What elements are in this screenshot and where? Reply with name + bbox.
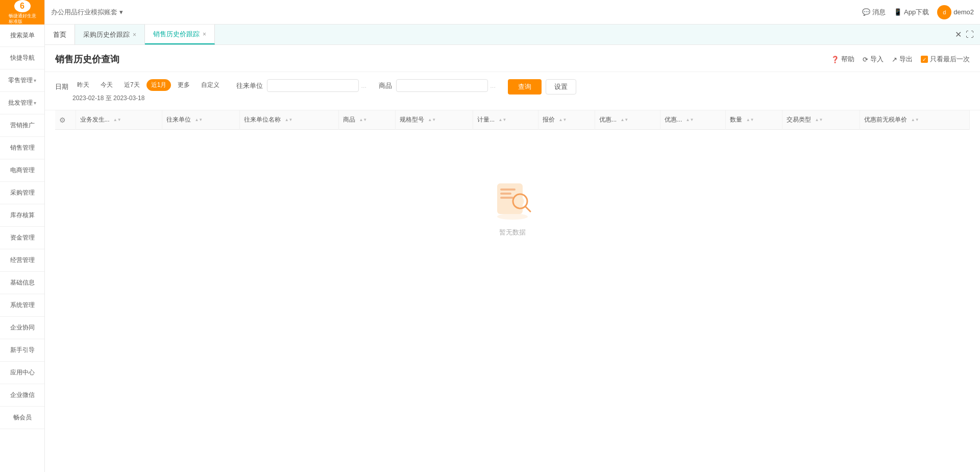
sidebar-item-new-user-guide[interactable]: 新手引导: [0, 339, 44, 362]
chevron-down-icon: ▾: [34, 78, 36, 83]
sidebar-item-inventory[interactable]: 库存核算: [0, 204, 44, 227]
import-btn[interactable]: ⟳ 导入: [863, 55, 884, 64]
tab-home[interactable]: 首页: [45, 25, 75, 44]
th-unit: 计量... ▲▼: [473, 110, 538, 130]
date-btn-昨天[interactable]: 昨天: [72, 79, 94, 91]
filter-actions: 查询 设置: [508, 79, 576, 95]
message-btn[interactable]: 💬 消息: [862, 8, 886, 17]
svg-rect-2: [500, 188, 516, 191]
page-header: 销售历史价查询 ❓ 帮助 ⟳ 导入 ↗ 导出 只看最后一次: [45, 45, 980, 72]
tab-home-label: 首页: [53, 30, 66, 39]
svg-rect-3: [500, 193, 511, 195]
date-btn-近1月[interactable]: 近1月: [146, 79, 172, 91]
tab-sales-history[interactable]: 销售历史价跟踪 ×: [145, 25, 215, 44]
sidebar-item-quick-nav[interactable]: 快捷导航: [0, 47, 44, 69]
chevron-down-icon: ▾: [34, 100, 36, 106]
logo-icon: 6: [14, 0, 31, 12]
date-filter-group: 日期 昨天今天近7天近1月更多自定义 2023-02-18 至 2023-03-…: [55, 79, 224, 103]
date-btn-更多[interactable]: 更多: [173, 79, 194, 91]
sidebar-item-purchase-mgmt[interactable]: 采购管理: [0, 182, 44, 204]
topbar: 办公用品行业模拟账套 ▾ 💬 消息 📱 App下载 d demo2: [45, 0, 980, 25]
topbar-right: 💬 消息 📱 App下载 d demo2: [862, 5, 974, 19]
page-content: 销售历史价查询 ❓ 帮助 ⟳ 导入 ↗ 导出 只看最后一次: [45, 45, 980, 472]
tab-purchase-history[interactable]: 采购历史价跟踪 ×: [75, 25, 145, 44]
partner-filter-input[interactable]: [267, 79, 359, 92]
app-name: 畅捷通好生意 标准版: [9, 13, 36, 25]
th-quoted-price: 报价 ▲▼: [538, 110, 595, 130]
sort-arrows-pre-tax[interactable]: ▲▼: [911, 117, 919, 122]
sidebar-item-finance-mgmt[interactable]: 资金管理: [0, 227, 44, 249]
table-settings-icon[interactable]: ⚙: [59, 116, 66, 124]
sidebar-item-ecommerce-mgmt[interactable]: 电商管理: [0, 159, 44, 182]
sort-arrows-spec[interactable]: ▲▼: [428, 117, 436, 122]
sort-arrows-trade-type[interactable]: ▲▼: [815, 117, 823, 122]
help-btn[interactable]: ❓ 帮助: [831, 55, 854, 64]
sidebar-item-enterprise-wechat[interactable]: 企业微信: [0, 384, 44, 407]
table-header-row: ⚙ 业务发生... ▲▼ 往来单位 ▲▼ 往来单位名称 ▲▼: [55, 110, 970, 130]
sort-arrows-partner-code[interactable]: ▲▼: [194, 117, 203, 122]
tabbar: 首页 采购历史价跟踪 × 销售历史价跟踪 × ✕ ⛶: [45, 25, 980, 45]
sort-arrows-discount2[interactable]: ▲▼: [686, 117, 694, 122]
th-discount2: 优惠... ▲▼: [660, 110, 726, 130]
partner-filter-group: 往来单位 ...: [236, 79, 366, 92]
filter-bar: 日期 昨天今天近7天近1月更多自定义 2023-02-18 至 2023-03-…: [45, 72, 980, 110]
partner-filter-label: 往来单位: [236, 81, 263, 90]
main-area: 办公用品行业模拟账套 ▾ 💬 消息 📱 App下载 d demo2 首页: [45, 0, 980, 472]
sidebar-item-sales-mgmt[interactable]: 销售管理: [0, 137, 44, 159]
th-pre-tax: 优惠前无税单价 ▲▼: [860, 110, 970, 130]
sidebar-item-marketing[interactable]: 营销推广: [0, 114, 44, 137]
empty-icon: [487, 171, 538, 222]
sidebar-item-member[interactable]: 畅会员: [0, 407, 44, 429]
sort-arrows-discount1[interactable]: ▲▼: [620, 117, 628, 122]
user-profile[interactable]: d demo2: [937, 5, 974, 19]
app-selector[interactable]: 办公用品行业模拟账套 ▾: [51, 8, 123, 17]
close-tab-action[interactable]: ✕: [955, 30, 962, 39]
sidebar-item-system-mgmt[interactable]: 系统管理: [0, 294, 44, 317]
sidebar-item-search-menu[interactable]: 搜索菜单: [0, 25, 44, 47]
goods-filter-label: 商品: [379, 81, 392, 90]
th-business-date: 业务发生... ▲▼: [76, 110, 162, 130]
sort-arrows-partner-name[interactable]: ▲▼: [285, 117, 293, 122]
tab-actions: ✕ ⛶: [955, 30, 980, 39]
sort-arrows-goods[interactable]: ▲▼: [359, 117, 367, 122]
settings-button[interactable]: 设置: [546, 79, 576, 95]
date-btn-今天[interactable]: 今天: [96, 79, 117, 91]
sort-arrows-quantity[interactable]: ▲▼: [746, 117, 754, 122]
page-header-actions: ❓ 帮助 ⟳ 导入 ↗ 导出 只看最后一次: [831, 55, 970, 64]
table-wrapper: ⚙ 业务发生... ▲▼ 往来单位 ▲▼ 往来单位名称 ▲▼: [45, 110, 980, 278]
app-download-btn[interactable]: 📱 App下载: [894, 8, 929, 17]
sort-arrows-business-date[interactable]: ▲▼: [113, 117, 121, 122]
tab-close-sales[interactable]: ×: [203, 31, 206, 38]
sidebar-item-wholesale-mgmt[interactable]: 批发管理▾: [0, 92, 44, 114]
app-selector-label: 办公用品行业模拟账套: [51, 8, 117, 17]
query-button[interactable]: 查询: [508, 79, 542, 95]
avatar: d: [937, 5, 951, 19]
app-logo[interactable]: 6 畅捷通好生意 标准版: [0, 0, 44, 25]
partner-filter-dots[interactable]: ...: [361, 82, 366, 89]
only-last-checkbox[interactable]: [921, 56, 928, 63]
date-btn-近7天[interactable]: 近7天: [119, 79, 144, 91]
tab-close-purchase[interactable]: ×: [133, 31, 136, 38]
date-btn-自定义[interactable]: 自定义: [197, 79, 224, 91]
sidebar-item-operations-mgmt[interactable]: 经营管理: [0, 249, 44, 272]
sidebar-item-enterprise-collab[interactable]: 企业协同: [0, 317, 44, 339]
goods-filter-dots[interactable]: ...: [490, 82, 496, 89]
sidebar-item-basic-info[interactable]: 基础信息: [0, 272, 44, 294]
sidebar-item-app-center[interactable]: 应用中心: [0, 362, 44, 384]
export-btn[interactable]: ↗ 导出: [892, 55, 913, 64]
svg-point-0: [497, 214, 528, 220]
maximize-tab-action[interactable]: ⛶: [966, 30, 974, 39]
th-quantity: 数量 ▲▼: [726, 110, 782, 130]
goods-filter-group: 商品 ...: [379, 79, 496, 92]
sort-arrows-unit[interactable]: ▲▼: [499, 117, 507, 122]
th-settings: ⚙: [55, 110, 76, 130]
empty-state: 暂无数据: [55, 130, 970, 278]
import-icon: ⟳: [863, 56, 868, 63]
th-partner-code: 往来单位 ▲▼: [162, 110, 240, 130]
date-btn-row: 昨天今天近7天近1月更多自定义: [72, 79, 224, 91]
sort-arrows-quoted[interactable]: ▲▼: [559, 117, 567, 122]
goods-filter-input[interactable]: [396, 79, 488, 92]
sidebar-item-retail-mgmt[interactable]: 零售管理▾: [0, 69, 44, 92]
chevron-down-icon: ▾: [119, 8, 123, 16]
only-last-checkbox-wrapper[interactable]: 只看最后一次: [921, 55, 970, 64]
